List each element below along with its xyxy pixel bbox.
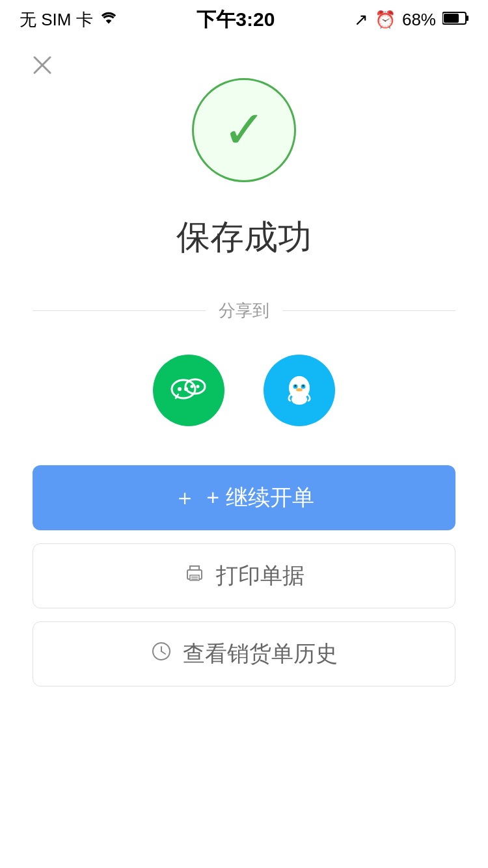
success-icon: ✓: [192, 78, 296, 182]
status-left: 无 SIM 卡: [20, 8, 118, 31]
battery-icon: [442, 10, 468, 30]
svg-rect-1: [466, 16, 468, 21]
print-label: 打印单据: [216, 561, 305, 591]
close-button[interactable]: [26, 49, 59, 81]
history-label: 查看销货单历史: [183, 639, 338, 669]
print-button[interactable]: 打印单据: [33, 543, 455, 608]
status-bar: 无 SIM 卡 下午3:20 ↗ ⏰ 68%: [0, 0, 488, 39]
success-title: 保存成功: [176, 215, 312, 260]
svg-point-10: [197, 385, 200, 388]
svg-rect-19: [190, 575, 199, 580]
status-right: ↗ ⏰ 68%: [354, 10, 468, 30]
svg-point-12: [291, 394, 307, 405]
alarm-icon: ⏰: [375, 10, 396, 30]
qq-share-button[interactable]: [264, 355, 335, 426]
location-icon: ↗: [354, 10, 368, 30]
svg-point-9: [191, 385, 194, 388]
svg-point-8: [184, 387, 188, 391]
svg-rect-2: [444, 14, 459, 23]
svg-point-15: [295, 385, 297, 387]
share-label: 分享到: [206, 299, 282, 322]
plus-icon: ＋: [174, 483, 196, 513]
divider-right: [282, 310, 455, 311]
no-sim-label: 无 SIM 卡: [20, 8, 93, 31]
continue-order-button[interactable]: ＋ + 继续开单: [33, 465, 455, 530]
svg-point-7: [178, 387, 182, 391]
action-buttons: ＋ + 继续开单 打印单据: [0, 465, 488, 686]
divider-left: [33, 310, 206, 311]
svg-point-5: [172, 380, 195, 398]
checkmark-icon: ✓: [223, 104, 266, 156]
main-content: ✓ 保存成功 分享到: [0, 39, 488, 686]
share-icons: [153, 355, 335, 426]
svg-line-24: [161, 651, 165, 654]
share-divider: 分享到: [0, 299, 488, 322]
svg-point-17: [296, 388, 303, 392]
wifi-icon: [100, 10, 118, 30]
wechat-share-button[interactable]: [153, 355, 224, 426]
printer-icon: [183, 562, 206, 590]
svg-point-16: [303, 385, 305, 387]
clock-icon: [150, 640, 172, 668]
continue-order-label: + 继续开单: [206, 483, 314, 513]
status-time: 下午3:20: [197, 7, 275, 33]
battery-label: 68%: [402, 10, 436, 30]
history-button[interactable]: 查看销货单历史: [33, 621, 455, 686]
